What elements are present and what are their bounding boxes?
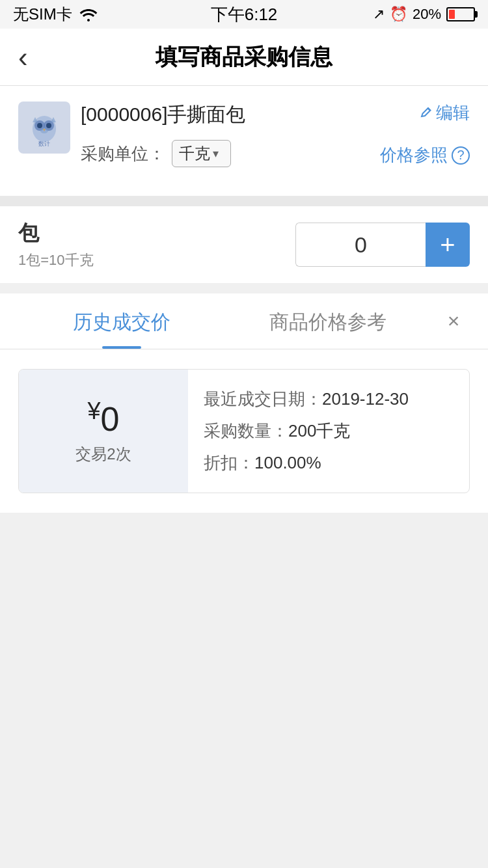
history-card-right: 最近成交日期：2019-12-30 采购数量：200千克 折扣：100.00% xyxy=(188,370,469,493)
back-button[interactable]: ‹ xyxy=(18,41,28,74)
discount-label: 折扣： xyxy=(204,453,254,472)
price-ref-label: 价格参照 xyxy=(380,144,448,167)
no-sim-text: 无SIM卡 xyxy=(13,4,72,25)
nav-bar: ‹ 填写商品采购信息 xyxy=(0,29,488,86)
edit-button[interactable]: 编辑 xyxy=(419,102,470,124)
history-quantity-row: 采购数量：200千克 xyxy=(204,420,454,442)
product-left: 数计 [0000006]手撕面包 采购单位： 千克 ▾ xyxy=(18,102,245,167)
product-id: [0000006] xyxy=(81,103,167,125)
history-trades: 交易2次 xyxy=(75,444,131,465)
alarm-icon: ⏰ xyxy=(390,6,407,23)
quantity-row: 包 1包=10千克 + xyxy=(0,206,488,283)
page-title: 填写商品采购信息 xyxy=(156,42,332,72)
tab-close-button[interactable]: × xyxy=(437,305,470,338)
quantity-conversion: 1包=10千克 xyxy=(18,251,94,270)
edit-label: 编辑 xyxy=(436,102,470,124)
product-name-text: 手撕面包 xyxy=(167,103,245,125)
status-bar: 无SIM卡 下午6:12 ↗ ⏰ 20% xyxy=(0,0,488,29)
history-content: ¥0 交易2次 最近成交日期：2019-12-30 采购数量：200千克 折扣：… xyxy=(0,349,488,513)
tab-active-indicator xyxy=(102,346,141,349)
edit-icon xyxy=(419,106,433,120)
section-divider xyxy=(0,196,488,206)
price-symbol: ¥ xyxy=(88,398,101,424)
status-signal: 无SIM卡 xyxy=(13,4,98,25)
battery-percent: 20% xyxy=(413,6,441,23)
quantity-unit: 包 xyxy=(18,219,94,248)
discount-value: 100.00% xyxy=(254,453,321,472)
help-icon[interactable]: ? xyxy=(452,146,470,165)
quantity-label: 包 1包=10千克 xyxy=(18,219,94,270)
unit-value: 千克 xyxy=(179,143,210,164)
history-card-left: ¥0 交易2次 xyxy=(19,370,188,493)
product-info: [0000006]手撕面包 采购单位： 千克 ▾ xyxy=(81,102,245,167)
svg-point-3 xyxy=(37,123,42,128)
product-image: 数计 xyxy=(18,102,70,154)
product-name: [0000006]手撕面包 xyxy=(81,102,245,128)
unit-label: 采购单位： xyxy=(81,142,165,165)
quantity-plus-button[interactable]: + xyxy=(426,223,470,267)
wifi-icon xyxy=(79,7,98,21)
recent-date-label: 最近成交日期： xyxy=(204,389,322,409)
location-icon: ↗ xyxy=(373,6,385,23)
battery-fill xyxy=(449,10,455,19)
main-background xyxy=(0,513,488,868)
history-card: ¥0 交易2次 最近成交日期：2019-12-30 采购数量：200千克 折扣：… xyxy=(18,369,470,493)
tabs-header: 历史成交价 商品价格参考 × xyxy=(0,293,488,349)
quantity-label-text: 采购数量： xyxy=(204,421,288,441)
tab-history-price[interactable]: 历史成交价 xyxy=(18,293,224,349)
history-price: ¥0 xyxy=(88,398,120,439)
unit-select[interactable]: 千克 ▾ xyxy=(172,140,231,167)
dropdown-arrow-icon: ▾ xyxy=(213,146,219,161)
product-section: 数计 [0000006]手撕面包 采购单位： 千克 ▾ xyxy=(0,86,488,196)
price-ref-button[interactable]: 价格参照 ? xyxy=(380,144,470,167)
svg-text:数计: 数计 xyxy=(38,141,50,147)
recent-date-value: 2019-12-30 xyxy=(322,389,409,409)
quantity-input[interactable] xyxy=(295,223,426,267)
quantity-input-row: + xyxy=(295,223,470,267)
product-right-actions: 编辑 价格参照 ? xyxy=(380,102,470,167)
product-unit-row: 采购单位： 千克 ▾ xyxy=(81,140,245,167)
tab-price-ref-label: 商品价格参考 xyxy=(269,311,386,332)
tab-history-label: 历史成交价 xyxy=(73,311,170,332)
product-header: 数计 [0000006]手撕面包 采购单位： 千克 ▾ xyxy=(18,102,470,167)
tabs-section: 历史成交价 商品价格参考 × ¥0 交易2次 最近成交日期：2019-12-30… xyxy=(0,293,488,513)
status-time: 下午6:12 xyxy=(211,3,278,26)
quantity-value: 200千克 xyxy=(288,421,350,441)
svg-point-4 xyxy=(46,123,51,128)
price-value: 0 xyxy=(101,400,120,438)
battery-icon xyxy=(446,7,475,21)
status-right: ↗ ⏰ 20% xyxy=(373,6,475,23)
product-logo-icon: 数计 xyxy=(25,108,64,147)
tab-price-reference[interactable]: 商品价格参考 xyxy=(224,293,431,349)
history-discount-row: 折扣：100.00% xyxy=(204,452,454,474)
history-recent-date-row: 最近成交日期：2019-12-30 xyxy=(204,388,454,411)
